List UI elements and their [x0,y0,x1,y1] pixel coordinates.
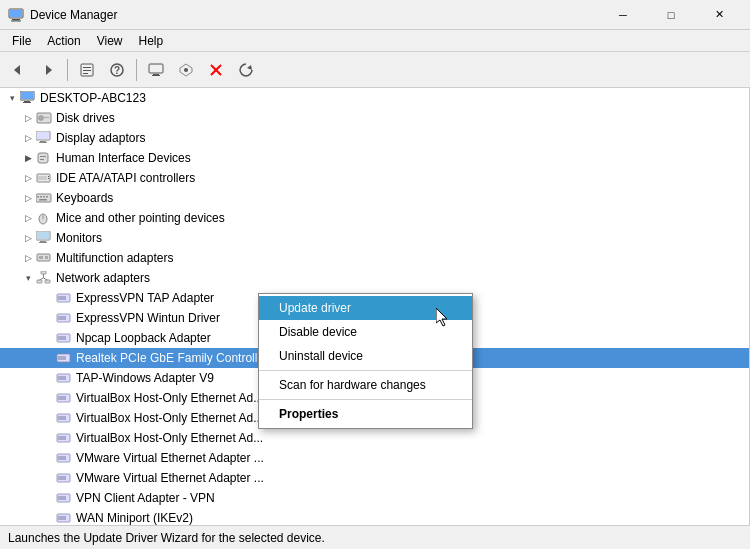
realtek-label: Realtek PCIe GbE Family Controller [76,351,268,365]
vbox3-label: VirtualBox Host-Only Ethernet Ad... [76,431,263,445]
ctx-scan-hardware[interactable]: Scan for hardware changes [259,373,472,397]
expand-icon: ▶ [20,150,36,166]
expand-icon [40,410,56,426]
ide-label: IDE ATA/ATAPI controllers [56,171,195,185]
svg-rect-69 [58,396,66,400]
svg-rect-65 [58,356,66,360]
monitor-icon [36,230,52,246]
monitor-button[interactable] [142,56,170,84]
multi-label: Multifunction adapters [56,251,173,265]
properties-button[interactable] [73,56,101,84]
svg-rect-36 [48,178,49,179]
close-button[interactable]: ✕ [696,0,742,30]
svg-rect-41 [46,196,48,198]
tree-item-vmware2[interactable]: VMware Virtual Ethernet Adapter ... [0,468,749,488]
maximize-button[interactable]: □ [648,0,694,30]
net-adapter-icon [56,430,72,446]
back-button[interactable] [4,56,32,84]
expand-icon [40,310,56,326]
svg-rect-22 [23,102,31,103]
update-button[interactable] [232,56,260,84]
tree-root[interactable]: ▾ DESKTOP-ABC123 [0,88,749,108]
context-menu: Update driver Disable device Uninstall d… [258,293,473,429]
svg-point-15 [184,68,188,72]
tree-item-vpnclient[interactable]: VPN Client Adapter - VPN [0,488,749,508]
svg-rect-3 [10,10,22,17]
ctx-uninstall-device[interactable]: Uninstall device [259,344,472,368]
remove-button[interactable] [202,56,230,84]
network-label: Network adapters [56,271,150,285]
svg-rect-67 [58,376,66,380]
mouse-icon [36,210,52,226]
ctx-separator-2 [259,399,472,400]
expand-icon [40,370,56,386]
disk-icon [36,110,52,126]
tree-item-wan-ikev2[interactable]: WAN Miniport (IKEv2) [0,508,749,525]
tree-item-ide[interactable]: ▷ IDE ATA/ATAPI controllers [0,168,749,188]
vmware1-label: VMware Virtual Ethernet Adapter ... [76,451,264,465]
svg-marker-4 [14,65,20,75]
app-icon [8,7,24,23]
svg-rect-1 [12,19,20,21]
expand-icon [40,430,56,446]
tree-item-display[interactable]: ▷ Display adaptors [0,128,749,148]
svg-rect-37 [36,194,51,202]
svg-rect-79 [58,496,66,500]
menu-action[interactable]: Action [39,30,88,51]
scan-button[interactable] [172,56,200,84]
toolbar-separator-2 [136,59,137,81]
svg-marker-18 [247,65,252,70]
svg-rect-53 [37,280,42,283]
expand-icon [40,390,56,406]
tree-item-monitors[interactable]: ▷ Monitors [0,228,749,248]
net-adapter-icon [56,390,72,406]
tree-item-vmware1[interactable]: VMware Virtual Ethernet Adapter ... [0,448,749,468]
toolbar-separator-1 [67,59,68,81]
ctx-properties[interactable]: Properties [259,402,472,426]
net-adapter-icon [56,450,72,466]
svg-rect-54 [45,280,50,283]
svg-rect-29 [39,142,47,143]
ctx-update-driver[interactable]: Update driver [259,296,472,320]
svg-text:?: ? [114,65,120,76]
svg-rect-42 [39,199,47,201]
ctx-disable-device[interactable]: Disable device [259,320,472,344]
svg-rect-13 [153,74,159,75]
forward-button[interactable] [34,56,62,84]
tree-item-keyboard[interactable]: ▷ Keyboards [0,188,749,208]
tree-item-hid[interactable]: ▶ Human Interface Devices [0,148,749,168]
net-adapter-icon [56,510,72,525]
svg-rect-46 [37,232,49,239]
expand-icon: ▾ [4,90,20,106]
tree-item-mice[interactable]: ▷ Mice and other pointing devices [0,208,749,228]
keyboard-label: Keyboards [56,191,113,205]
minimize-button[interactable]: ─ [600,0,646,30]
menu-help[interactable]: Help [131,30,172,51]
status-bar: Launches the Update Driver Wizard for th… [0,525,750,549]
svg-rect-75 [58,456,66,460]
net-adapter-icon [56,290,72,306]
main-area: ▾ DESKTOP-ABC123 ▷ Disk d [0,88,750,525]
svg-rect-50 [39,256,43,259]
window-title: Device Manager [30,8,600,22]
tree-item-vbox3[interactable]: VirtualBox Host-Only Ethernet Ad... [0,428,749,448]
tree-item-network[interactable]: ▾ Network adapters [0,268,749,288]
expand-icon: ▷ [20,230,36,246]
expand-icon: ▷ [20,250,36,266]
help-button[interactable]: ? [103,56,131,84]
tree-item-multi[interactable]: ▷ Multifunction adapters [0,248,749,268]
keyboard-icon [36,190,52,206]
network-icon [36,270,52,286]
monitors-label: Monitors [56,231,102,245]
svg-rect-48 [39,242,47,243]
svg-rect-28 [40,141,46,142]
multi-icon [36,250,52,266]
svg-rect-61 [58,316,66,320]
svg-rect-14 [152,75,160,76]
tree-item-disk[interactable]: ▷ Disk drives [0,108,749,128]
expand-icon [40,470,56,486]
menu-file[interactable]: File [4,30,39,51]
menu-view[interactable]: View [89,30,131,51]
expand-icon [40,350,56,366]
window-controls[interactable]: ─ □ ✕ [600,0,742,30]
